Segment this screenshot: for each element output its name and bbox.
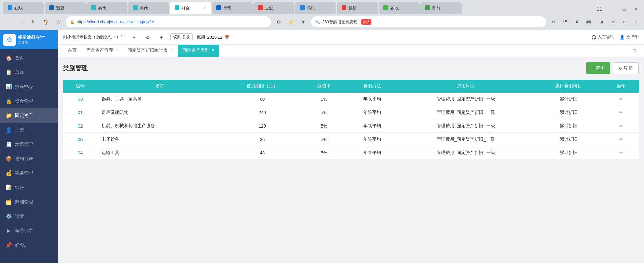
sidebar-item-invoice[interactable]: 🧾 发票管理 bbox=[0, 137, 58, 152]
sidebar-label-fixed: 固定资产 bbox=[15, 112, 33, 119]
new-tab-button[interactable]: + bbox=[462, 4, 472, 14]
home-button[interactable]: 🏠 bbox=[41, 17, 51, 27]
sidebar-label-reports: 报表中心 bbox=[15, 84, 33, 90]
refresh-icon: ↻ bbox=[619, 66, 622, 71]
maximize-button[interactable]: □ bbox=[619, 4, 629, 14]
refresh-browser-button[interactable]: ↻ bbox=[29, 17, 38, 27]
settings-gear-button[interactable]: ⚙ bbox=[143, 33, 152, 42]
sidebar-item-settings[interactable]: ⚙️ 设置 bbox=[0, 209, 58, 224]
cell-accumulated-0: 累计折旧 bbox=[533, 93, 604, 106]
menu-button[interactable]: ≡ bbox=[632, 17, 640, 27]
service-button[interactable]: 🎧 人工咨询 bbox=[591, 34, 614, 40]
game-button[interactable]: 🎮 bbox=[583, 17, 594, 27]
browser-tab-10[interactable]: 各地 bbox=[379, 2, 420, 14]
brightness-button[interactable]: ☀ bbox=[608, 17, 618, 27]
close-browser-button[interactable]: ✕ bbox=[632, 4, 641, 14]
dropdown-button[interactable]: ▼ bbox=[299, 17, 308, 27]
logo-text-wrapper: 畅捷通好会计 专业版 bbox=[18, 35, 45, 45]
back-button[interactable]: ← bbox=[4, 17, 14, 27]
cell-code-2[interactable]: 02 bbox=[63, 119, 98, 133]
sidebar-item-more[interactable]: 📌 好会... bbox=[0, 238, 58, 252]
browser-tab-4[interactable]: 易代 bbox=[128, 2, 169, 14]
minimize-button[interactable]: − bbox=[607, 4, 617, 14]
edit-button-4[interactable]: ✏ bbox=[619, 150, 623, 155]
user-dropdown-button[interactable]: ▾ bbox=[129, 33, 139, 42]
window-maximize[interactable]: □ bbox=[630, 47, 639, 55]
edit-button-0[interactable]: ✏ bbox=[619, 96, 623, 102]
search-bar[interactable]: 🔍 360智能抠图免费用 热搜 bbox=[311, 16, 546, 27]
sidebar-item-tax[interactable]: 💰 税务管理 bbox=[0, 166, 58, 180]
cell-name-4: 运输工具 bbox=[98, 146, 222, 159]
edit-button-2[interactable]: ✏ bbox=[619, 123, 623, 129]
tab-label-6: 个税 bbox=[223, 5, 248, 11]
edit-button-1[interactable]: ✏ bbox=[619, 110, 623, 115]
window-controls: — □ bbox=[620, 47, 639, 55]
sidebar-item-finance[interactable]: 🔒 资金管理 bbox=[0, 94, 58, 108]
tab-fixed-cat-close[interactable]: ✕ bbox=[211, 48, 214, 52]
guide-icon: ▶ bbox=[5, 228, 12, 234]
add-button[interactable]: + 新增 bbox=[586, 62, 610, 74]
tab-home[interactable]: 首页 bbox=[63, 45, 81, 57]
browser-tab-2[interactable]: 新版 bbox=[45, 2, 86, 14]
cell-method-3: 年限平均 bbox=[346, 133, 399, 146]
browser-tab-11[interactable]: 目前 bbox=[420, 2, 462, 14]
browser-tab-5[interactable]: 好会 ✕ bbox=[170, 2, 211, 14]
tab-fixed-cat[interactable]: 固定资产类别 ✕ bbox=[178, 45, 219, 57]
window-minimize[interactable]: — bbox=[620, 47, 628, 55]
sidebar-item-guide[interactable]: ▶ 新手引导 bbox=[0, 224, 58, 238]
scissors-button[interactable]: ✂ bbox=[549, 17, 558, 27]
sidebar-item-home[interactable]: 🏠 首页 bbox=[0, 51, 58, 65]
header-right: 🎧 人工咨询 👤 徐泽华 bbox=[591, 34, 639, 40]
logo-text: 畅捷通好会计 bbox=[18, 35, 45, 40]
bookmark-button[interactable]: ☆ bbox=[53, 17, 63, 27]
browser-tab-9[interactable]: 畅捷 bbox=[337, 2, 378, 14]
browser-tab-1[interactable]: 在线 bbox=[3, 2, 44, 14]
cell-residual-4: 5% bbox=[302, 146, 346, 159]
cell-code-3[interactable]: 05 bbox=[63, 133, 98, 146]
extensions-button[interactable]: ⚡ bbox=[286, 17, 296, 27]
sidebar-item-reports[interactable]: 📊 报表中心 bbox=[0, 80, 58, 94]
tab-fixed-depr[interactable]: 固定资产折旧统计表 ✕ bbox=[123, 45, 178, 57]
col-name: 名称 bbox=[98, 80, 222, 93]
browser-tab-3[interactable]: 易代 bbox=[86, 2, 127, 14]
browser-tab-7[interactable]: 企业 bbox=[253, 2, 294, 14]
sidebar-item-archive[interactable]: 🗂️ 归档管理 bbox=[0, 195, 58, 209]
cell-method-1: 年限平均 bbox=[346, 106, 399, 119]
translate-button[interactable]: 译 bbox=[560, 17, 570, 27]
cell-code-0[interactable]: 03 bbox=[63, 93, 98, 106]
tab-close-5[interactable]: ✕ bbox=[203, 6, 206, 10]
calendar-icon[interactable]: 📅 bbox=[224, 35, 229, 40]
url-bar[interactable]: 🔒 https://cloud.chanjet.com/accounting/u… bbox=[66, 16, 271, 27]
grid-button[interactable]: ⊞ bbox=[597, 17, 606, 27]
site-info-button[interactable]: ⚙ bbox=[274, 17, 283, 27]
refresh-label: 刷新 bbox=[624, 65, 633, 71]
undo-button[interactable]: ↩ bbox=[620, 17, 629, 27]
sidebar-item-ledger[interactable]: 📋 总账 bbox=[0, 65, 58, 80]
sidebar-menu: 🏠 首页 📋 总账 📊 报表中心 🔒 资金管理 📁 固定资产 👤 工资 bbox=[0, 49, 58, 263]
tab-list-button[interactable]: 11 bbox=[595, 4, 604, 14]
tab-fixed-mgmt[interactable]: 固定资产管理 ✕ bbox=[81, 45, 123, 57]
cell-name-2: 机器、机械和其他生产设备 bbox=[98, 119, 222, 133]
user-avatar[interactable]: 👤 徐泽华 bbox=[620, 34, 639, 40]
edit-button-3[interactable]: ✏ bbox=[619, 136, 623, 142]
user-name: 徐泽华 bbox=[626, 34, 639, 40]
period-label: 账期 bbox=[197, 34, 205, 40]
forward-button[interactable]: → bbox=[16, 17, 26, 27]
sidebar-label-home: 首页 bbox=[15, 55, 24, 61]
refresh-button[interactable]: ↻ 刷新 bbox=[613, 62, 639, 74]
sidebar-item-fixed[interactable]: 📁 固定资产 bbox=[0, 108, 58, 123]
tab-fixed-depr-close[interactable]: ✕ bbox=[170, 48, 173, 52]
switch-version-button[interactable]: 切到旧版 bbox=[170, 33, 193, 41]
sidebar-item-settle[interactable]: 📝 结账 bbox=[0, 180, 58, 195]
currency-button[interactable]: ¥ bbox=[573, 17, 581, 27]
cell-expense-3: 管理费用_固定资产折旧_一级 bbox=[399, 133, 533, 146]
browser-tab-8[interactable]: 腾讯 bbox=[295, 2, 336, 14]
fixed-icon: 📁 bbox=[5, 112, 12, 119]
cell-code-4[interactable]: 04 bbox=[63, 146, 98, 159]
sidebar-item-inventory[interactable]: 📦 进销台账 bbox=[0, 152, 58, 166]
sidebar-item-salary[interactable]: 👤 工资 bbox=[0, 123, 58, 137]
cell-code-1[interactable]: 01 bbox=[63, 106, 98, 119]
browser-tab-6[interactable]: 个税 bbox=[212, 2, 253, 14]
tab-fixed-mgmt-close[interactable]: ✕ bbox=[115, 48, 118, 52]
add-company-button[interactable]: + bbox=[156, 33, 166, 42]
